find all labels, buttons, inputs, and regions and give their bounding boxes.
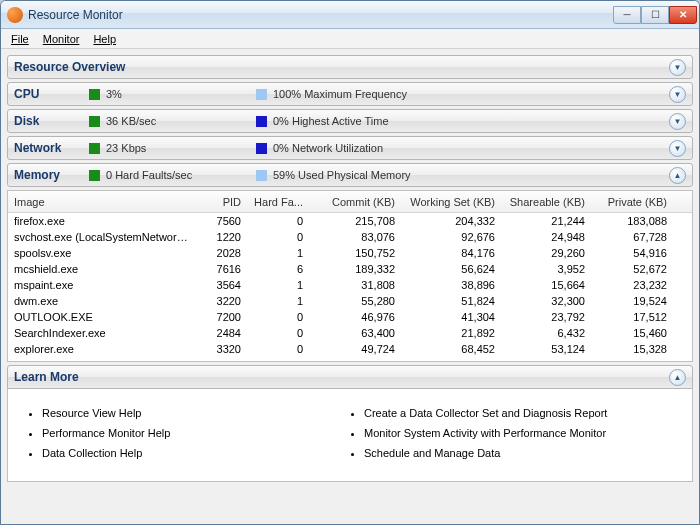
cell-hardfaults: 1	[248, 279, 310, 291]
learn-more-link[interactable]: Data Collection Help	[42, 447, 350, 459]
cell-hardfaults: 0	[248, 231, 310, 243]
cell-private: 17,512	[592, 311, 674, 323]
section-disk[interactable]: Disk 36 KB/sec 0% Highest Active Time ▼	[7, 109, 693, 133]
network-util-swatch	[256, 143, 267, 154]
col-private[interactable]: Private (KB)	[592, 196, 674, 208]
learn-more-col2: Create a Data Collector Set and Diagnosi…	[350, 399, 672, 467]
cell-private: 52,672	[592, 263, 674, 275]
cell-commit: 215,708	[310, 215, 402, 227]
cell-commit: 31,808	[310, 279, 402, 291]
menubar: File Monitor Help	[1, 29, 699, 49]
cell-pid: 7560	[200, 215, 248, 227]
cell-workingset: 41,304	[402, 311, 502, 323]
col-hardfaults[interactable]: Hard Fa...	[248, 196, 310, 208]
minimize-button[interactable]: ─	[613, 6, 641, 24]
cell-hardfaults: 0	[248, 343, 310, 355]
cell-private: 23,232	[592, 279, 674, 291]
cell-workingset: 51,824	[402, 295, 502, 307]
expand-icon[interactable]: ▼	[669, 113, 686, 130]
cpu-freq-wrap: 100% Maximum Frequency	[256, 88, 669, 100]
cpu-freq-value: 100% Maximum Frequency	[273, 88, 407, 100]
cell-image: spoolsv.exe	[8, 247, 200, 259]
collapse-icon[interactable]: ▲	[669, 167, 686, 184]
menu-help[interactable]: Help	[87, 31, 122, 47]
cell-shareable: 24,948	[502, 231, 592, 243]
table-row[interactable]: SearchIndexer.exe2484063,40021,8926,4321…	[8, 325, 692, 341]
cell-workingset: 84,176	[402, 247, 502, 259]
table-row[interactable]: svchost.exe (LocalSystemNetworkRest...12…	[8, 229, 692, 245]
learn-more-link[interactable]: Create a Data Collector Set and Diagnosi…	[364, 407, 672, 419]
table-row[interactable]: firefox.exe75600215,708204,33221,244183,…	[8, 213, 692, 229]
cell-image: firefox.exe	[8, 215, 200, 227]
cell-image: svchost.exe (LocalSystemNetworkRest...	[8, 231, 200, 243]
learn-more-link[interactable]: Monitor System Activity with Performance…	[364, 427, 672, 439]
cell-hardfaults: 6	[248, 263, 310, 275]
cpu-usage-swatch	[89, 89, 100, 100]
col-image[interactable]: Image	[8, 196, 200, 208]
menu-file[interactable]: File	[5, 31, 35, 47]
cell-image: SearchIndexer.exe	[8, 327, 200, 339]
section-memory[interactable]: Memory 0 Hard Faults/sec 59% Used Physic…	[7, 163, 693, 187]
learn-more-col1: Resource View HelpPerformance Monitor He…	[28, 399, 350, 467]
cell-hardfaults: 1	[248, 295, 310, 307]
learn-more-link[interactable]: Performance Monitor Help	[42, 427, 350, 439]
expand-icon[interactable]: ▼	[669, 59, 686, 76]
cell-commit: 46,976	[310, 311, 402, 323]
section-title: Memory	[14, 168, 89, 182]
expand-icon[interactable]: ▼	[669, 86, 686, 103]
col-workingset[interactable]: Working Set (KB)	[402, 196, 502, 208]
section-title: Resource Overview	[14, 60, 669, 74]
cell-commit: 83,076	[310, 231, 402, 243]
section-title: CPU	[14, 87, 89, 101]
section-learn-more[interactable]: Learn More ▲	[7, 365, 693, 389]
cell-private: 19,524	[592, 295, 674, 307]
section-title: Network	[14, 141, 89, 155]
cell-hardfaults: 0	[248, 215, 310, 227]
cell-shareable: 15,664	[502, 279, 592, 291]
section-overview[interactable]: Resource Overview ▼	[7, 55, 693, 79]
table-row[interactable]: spoolsv.exe20281150,75284,17629,26054,91…	[8, 245, 692, 261]
cell-workingset: 38,896	[402, 279, 502, 291]
learn-more-link[interactable]: Schedule and Manage Data	[364, 447, 672, 459]
col-pid[interactable]: PID	[200, 196, 248, 208]
cell-private: 67,728	[592, 231, 674, 243]
cell-pid: 3220	[200, 295, 248, 307]
cpu-freq-swatch	[256, 89, 267, 100]
table-row[interactable]: mcshield.exe76166189,33256,6243,95252,67…	[8, 261, 692, 277]
col-commit[interactable]: Commit (KB)	[310, 196, 402, 208]
cell-workingset: 92,676	[402, 231, 502, 243]
table-row[interactable]: explorer.exe3320049,72468,45253,12415,32…	[8, 341, 692, 357]
close-button[interactable]: ✕	[669, 6, 697, 24]
cell-hardfaults: 0	[248, 327, 310, 339]
table-row[interactable]: mspaint.exe3564131,80838,89615,66423,232	[8, 277, 692, 293]
disk-active-value: 0% Highest Active Time	[273, 115, 389, 127]
menu-monitor[interactable]: Monitor	[37, 31, 86, 47]
cell-image: mcshield.exe	[8, 263, 200, 275]
table-row[interactable]: OUTLOOK.EXE7200046,97641,30423,79217,512	[8, 309, 692, 325]
memory-faults-swatch	[89, 170, 100, 181]
titlebar[interactable]: Resource Monitor ─ ☐ ✕	[1, 1, 699, 29]
disk-usage-swatch	[89, 116, 100, 127]
disk-active-wrap: 0% Highest Active Time	[256, 115, 669, 127]
col-shareable[interactable]: Shareable (KB)	[502, 196, 592, 208]
cell-private: 183,088	[592, 215, 674, 227]
table-row[interactable]: dwm.exe3220155,28051,82432,30019,524	[8, 293, 692, 309]
memory-used-swatch	[256, 170, 267, 181]
collapse-icon[interactable]: ▲	[669, 369, 686, 386]
learn-more-link[interactable]: Resource View Help	[42, 407, 350, 419]
maximize-button[interactable]: ☐	[641, 6, 669, 24]
section-title: Disk	[14, 114, 89, 128]
cell-commit: 150,752	[310, 247, 402, 259]
resource-monitor-window: Resource Monitor ─ ☐ ✕ File Monitor Help…	[0, 0, 700, 525]
cell-workingset: 56,624	[402, 263, 502, 275]
window-controls: ─ ☐ ✕	[613, 6, 697, 24]
section-network[interactable]: Network 23 Kbps 0% Network Utilization ▼	[7, 136, 693, 160]
cell-commit: 63,400	[310, 327, 402, 339]
cell-private: 54,916	[592, 247, 674, 259]
table-body[interactable]: firefox.exe75600215,708204,33221,244183,…	[8, 213, 692, 361]
cell-image: dwm.exe	[8, 295, 200, 307]
expand-icon[interactable]: ▼	[669, 140, 686, 157]
network-usage-value: 23 Kbps	[106, 142, 256, 154]
memory-used-value: 59% Used Physical Memory	[273, 169, 411, 181]
section-cpu[interactable]: CPU 3% 100% Maximum Frequency ▼	[7, 82, 693, 106]
